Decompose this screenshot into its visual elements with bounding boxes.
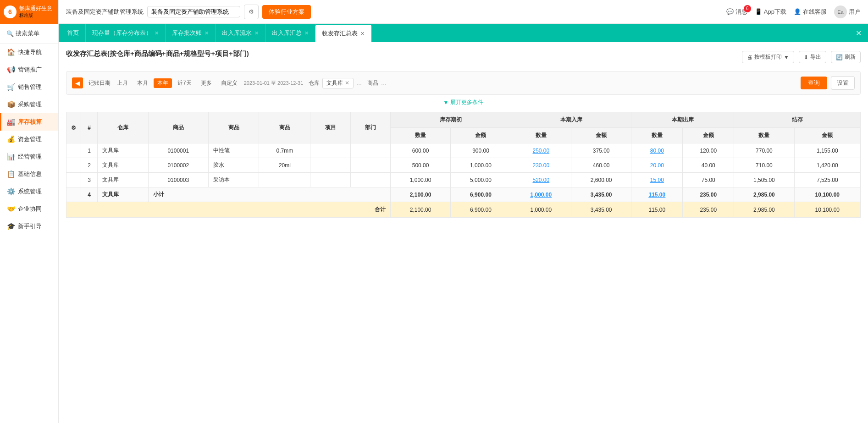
sidebar-item-label: 企业协同 bbox=[18, 205, 42, 213]
row-dept bbox=[350, 143, 390, 158]
tab-batch-account-label: 库存批次账 bbox=[172, 29, 202, 37]
date-btn-cur-month[interactable]: 本月 bbox=[133, 78, 152, 88]
refresh-button[interactable]: 🔄 刷新 bbox=[831, 51, 861, 63]
tab-recv-send-summary-close[interactable]: ✕ bbox=[360, 31, 365, 37]
subtotal-in-qty[interactable]: 1,000.00 bbox=[511, 187, 571, 202]
message-badge: 6 bbox=[744, 5, 751, 12]
print-button[interactable]: 🖨 按模板打印 ▼ bbox=[742, 51, 794, 63]
tab-recv-send-summary[interactable]: 收发存汇总表 ✕ bbox=[315, 25, 371, 42]
warehouse-tag-close[interactable]: ✕ bbox=[345, 80, 349, 86]
query-button[interactable]: 查询 bbox=[801, 77, 827, 89]
tab-stock-dist[interactable]: 现存量（库存分布表） ✕ bbox=[86, 24, 166, 42]
system-title: 装备及固定资产辅助管理系统 bbox=[66, 8, 144, 16]
refresh-icon: 🔄 bbox=[836, 54, 843, 60]
date-btn-prev-month[interactable]: 上月 bbox=[113, 78, 132, 88]
sidebar-item-marketing[interactable]: 📢 营销推广 bbox=[0, 61, 58, 78]
row-in-qty[interactable]: 520.00 bbox=[511, 173, 571, 187]
system-icon: ⚙️ bbox=[7, 187, 15, 196]
tab-in-out-summary[interactable]: 出入库汇总 ✕ bbox=[265, 24, 315, 42]
sidebar-item-sales[interactable]: 🛒 销售管理 bbox=[0, 78, 58, 96]
tab-in-out-flow[interactable]: 出入库流水 ✕ bbox=[216, 24, 265, 42]
sidebar-item-label: 基础信息 bbox=[18, 170, 42, 178]
sidebar-item-label: 采购管理 bbox=[18, 100, 42, 109]
row-open-qty: 500.00 bbox=[390, 158, 450, 173]
row-warehouse: 文具库 bbox=[98, 143, 149, 158]
table-settings-icon[interactable]: ⚙ bbox=[71, 125, 76, 131]
total-label: 合计 bbox=[66, 202, 391, 218]
row-out-qty[interactable]: 15.00 bbox=[631, 173, 683, 187]
row-in-qty[interactable]: 250.00 bbox=[511, 143, 571, 158]
sidebar-logo: 6 畅库通好生意 标准版 bbox=[0, 0, 58, 24]
subtotal-out-qty[interactable]: 115.00 bbox=[631, 187, 683, 202]
row-in-qty[interactable]: 230.00 bbox=[511, 158, 571, 173]
date-btn-custom[interactable]: 自定义 bbox=[217, 78, 241, 88]
settings-gear-button[interactable]: ⚙ bbox=[244, 5, 259, 19]
warehouse-ellipsis[interactable]: ... bbox=[356, 79, 362, 87]
tabs-close-all-button[interactable]: ✕ bbox=[851, 29, 866, 38]
tab-stock-dist-close[interactable]: ✕ bbox=[155, 30, 159, 36]
sidebar-item-inventory[interactable]: 🏭 库存核算 bbox=[0, 113, 58, 131]
row-spec: 0.7mm bbox=[259, 143, 310, 158]
logo-icon: 6 bbox=[4, 5, 17, 18]
sidebar-item-basic-info[interactable]: 📋 基础信息 bbox=[0, 165, 58, 183]
sidebar-item-system[interactable]: ⚙️ 系统管理 bbox=[0, 183, 58, 200]
sidebar-item-operations[interactable]: 📊 经营管理 bbox=[0, 148, 58, 165]
sidebar-item-corp[interactable]: 🤝 企业协同 bbox=[0, 200, 58, 218]
sidebar-item-label: 销售管理 bbox=[18, 83, 42, 91]
row-close-qty: 1,505.00 bbox=[734, 173, 794, 187]
system-selector[interactable]: 装备及固定资产辅助管理系统 bbox=[147, 6, 240, 17]
row-warehouse: 文具库 bbox=[98, 158, 149, 173]
message-button[interactable]: 💬 消息 6 bbox=[726, 8, 747, 16]
row-spec bbox=[259, 173, 310, 187]
basic-info-icon: 📋 bbox=[7, 170, 15, 178]
tab-batch-account[interactable]: 库存批次账 ✕ bbox=[166, 24, 216, 42]
row-out-qty[interactable]: 80.00 bbox=[631, 143, 683, 158]
search-menu-button[interactable]: 🔍 搜索菜单 bbox=[4, 27, 55, 39]
sidebar-item-newbie[interactable]: 🎓 新手引导 bbox=[0, 218, 58, 235]
user-menu-button[interactable]: Ea 用户 bbox=[834, 5, 861, 18]
table-out-amt-col: 金额 bbox=[683, 128, 734, 143]
trial-button[interactable]: 体验行业方案 bbox=[262, 5, 311, 19]
print-icon: 🖨 bbox=[747, 54, 752, 60]
sidebar-item-finance[interactable]: 💰 资金管理 bbox=[0, 131, 58, 148]
date-filter-group: 记账日期 上月 本月 本年 近7天 更多 自定义 2023-01-01 至 20… bbox=[88, 78, 303, 88]
tab-home[interactable]: 首页 bbox=[61, 24, 86, 42]
tab-in-out-summary-close[interactable]: ✕ bbox=[304, 30, 309, 36]
date-btn-cur-year[interactable]: 本年 bbox=[154, 78, 172, 88]
newbie-icon: 🎓 bbox=[7, 222, 15, 231]
date-btn-more[interactable]: 更多 bbox=[197, 78, 216, 88]
filter-collapse-button[interactable]: ◀ bbox=[72, 77, 83, 88]
app-download-label: App下载 bbox=[764, 8, 786, 16]
subtotal-label: 小计 bbox=[148, 187, 390, 202]
sidebar-item-quick-nav[interactable]: 🏠 快捷导航 bbox=[0, 44, 58, 61]
row-code: 0100002 bbox=[148, 158, 208, 173]
row-close-qty: 770.00 bbox=[734, 143, 794, 158]
operations-icon: 📊 bbox=[7, 153, 15, 161]
export-label: 导出 bbox=[810, 53, 821, 61]
row-out-qty[interactable]: 20.00 bbox=[631, 158, 683, 173]
sidebar-item-purchase[interactable]: 📦 采购管理 bbox=[0, 96, 58, 113]
download-icon: 📱 bbox=[755, 8, 762, 15]
subtotal-in-amt: 3,435.00 bbox=[571, 187, 631, 202]
table-settings-col: ⚙ bbox=[66, 112, 81, 143]
tab-in-out-summary-label: 出入库汇总 bbox=[272, 29, 302, 37]
warehouse-tag[interactable]: 文具库 ✕ bbox=[322, 78, 354, 88]
filter-setting-button[interactable]: 设置 bbox=[831, 76, 855, 90]
table-opening-header: 库存期初 bbox=[390, 112, 511, 128]
export-button[interactable]: ⬇ 导出 bbox=[799, 51, 826, 63]
row-dept bbox=[350, 173, 390, 187]
row-open-qty: 1,000.00 bbox=[390, 173, 450, 187]
goods-ellipsis[interactable]: ... bbox=[381, 79, 387, 87]
row-project bbox=[310, 143, 350, 158]
expand-more-button[interactable]: ▼ 展开更多条件 bbox=[443, 99, 484, 106]
tab-in-out-flow-close[interactable]: ✕ bbox=[254, 30, 259, 36]
goods-filter-group: 商品 ... bbox=[367, 79, 387, 87]
date-btn-7days[interactable]: 近7天 bbox=[174, 78, 195, 88]
online-service-button[interactable]: 👤 在线客服 bbox=[794, 8, 827, 16]
sales-icon: 🛒 bbox=[7, 83, 15, 91]
sidebar-item-label: 系统管理 bbox=[18, 187, 42, 196]
topbar: 装备及固定资产辅助管理系统 装备及固定资产辅助管理系统 ⚙ 体验行业方案 💬 消… bbox=[59, 0, 868, 24]
table-in-qty-col: 数量 bbox=[511, 128, 571, 143]
tab-batch-account-close[interactable]: ✕ bbox=[205, 30, 209, 36]
app-download-button[interactable]: 📱 App下载 bbox=[755, 8, 786, 16]
